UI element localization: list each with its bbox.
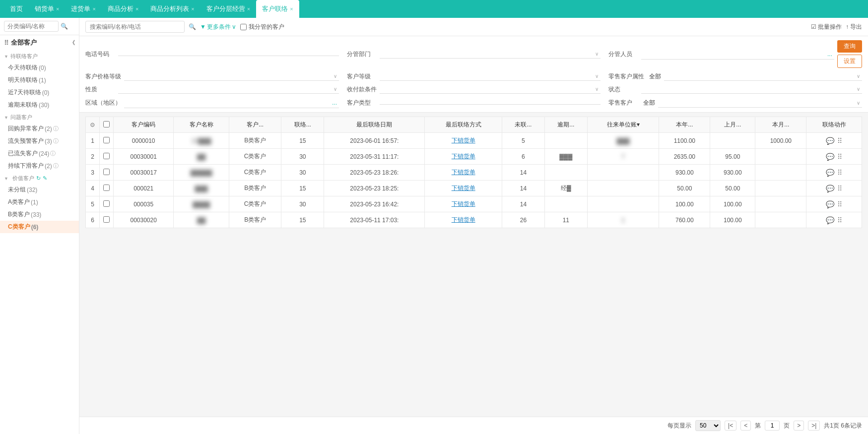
nav-customer-segment[interactable]: 客户分层经营 ×	[200, 0, 256, 18]
nav-customer-contact[interactable]: 客户联络 ×	[256, 0, 299, 18]
method-link[interactable]: 下销货单	[452, 169, 475, 176]
first-page-btn[interactable]: |<	[725, 421, 736, 431]
sidebar-item-today[interactable]: 今天待联络(0)	[0, 62, 79, 74]
nav-product-analysis-list[interactable]: 商品分析列表 ×	[144, 0, 200, 18]
comment-icon[interactable]: 💬	[826, 153, 834, 161]
menu-icon[interactable]: ⠿	[837, 185, 842, 192]
edit-icon[interactable]: ✎	[43, 175, 47, 182]
sidebar-group-problem[interactable]: 问题客户	[0, 111, 79, 123]
sidebar-item-declining[interactable]: 持续下滑客户(2) ⓘ	[0, 160, 79, 172]
menu-icon[interactable]: ⠿	[837, 216, 842, 224]
reset-btn[interactable]: 设置	[837, 55, 862, 68]
sidebar-item-unclassified[interactable]: 未分组(32)	[0, 184, 79, 196]
sidebar-item-7days[interactable]: 近7天待联络(0)	[0, 86, 79, 99]
row-last-method[interactable]: 下销货单	[425, 196, 502, 212]
filter-retail-customer-select[interactable]: ∨	[658, 99, 862, 108]
row-this-month: 1000.00	[755, 133, 806, 149]
sidebar-item-overdue[interactable]: 逾期未联络(30)	[0, 99, 79, 111]
filter-manager-select[interactable]: ...	[641, 49, 834, 60]
row-checkbox[interactable]	[100, 196, 114, 212]
nav-close-icon[interactable]: ×	[135, 6, 138, 12]
nav-home[interactable]: 首页	[4, 0, 29, 18]
filter-customer-level-select[interactable]: ∨	[380, 72, 601, 81]
sidebar-item-a-class[interactable]: A类客户(1)	[0, 196, 79, 208]
more-icon[interactable]: ...	[827, 51, 832, 58]
sidebar-search-icon[interactable]: 🔍	[61, 23, 68, 30]
sidebar-item-c-class[interactable]: C类客户(6)	[0, 221, 79, 233]
nav-close-icon[interactable]: ×	[290, 6, 293, 12]
filter-customer-level-row: 客户等级 ∨	[347, 72, 601, 81]
row-last-method[interactable]: 下销货单	[425, 165, 502, 181]
refresh-icon[interactable]: ↻	[36, 175, 41, 182]
query-btn[interactable]: 查询	[837, 40, 862, 53]
more-conditions-btn[interactable]: ▼ 更多条件 ∨	[200, 23, 236, 31]
comment-icon[interactable]: 💬	[826, 216, 834, 224]
nav-close-icon[interactable]: ×	[191, 6, 194, 12]
prev-page-btn[interactable]: <	[740, 421, 751, 431]
filter-gender-select[interactable]: ∨	[118, 85, 339, 94]
nav-close-icon[interactable]: ×	[56, 6, 59, 12]
filter-customer-type-select[interactable]	[380, 101, 601, 105]
row-last-method[interactable]: 下销货单	[425, 149, 502, 165]
more-icon[interactable]: ...	[332, 99, 337, 106]
export-btn[interactable]: ↑ 导出	[846, 23, 862, 31]
filter-dept-select[interactable]: ∨	[380, 50, 601, 59]
filter-bar: 🔍 ▼ 更多条件 ∨ 我分管的客户 ☑ 批量操作 ↑ 导出	[79, 18, 868, 36]
comment-icon[interactable]: 💬	[826, 137, 834, 145]
comment-icon[interactable]: 💬	[826, 200, 834, 208]
row-checkbox[interactable]	[100, 212, 114, 228]
sidebar-item-churned[interactable]: 已流失客户(24) ⓘ	[0, 147, 79, 160]
current-page-input[interactable]	[765, 421, 780, 431]
page-size-select[interactable]: 50 20 100	[695, 420, 721, 431]
sidebar-search-input[interactable]	[4, 21, 59, 32]
row-account: ▓▓▓	[587, 133, 659, 149]
menu-icon[interactable]: ⠿	[837, 169, 842, 177]
nav-sales-order[interactable]: 销货单 ×	[29, 0, 65, 18]
nav-close-icon[interactable]: ×	[92, 6, 95, 12]
row-last-method[interactable]: 下销货单	[425, 212, 502, 228]
comment-icon[interactable]: 💬	[826, 185, 834, 192]
filter-payment-select[interactable]: ∨	[380, 85, 601, 94]
filter-region-select[interactable]: ...	[124, 98, 339, 108]
sidebar-collapse-icon[interactable]: 《	[69, 39, 75, 47]
method-link[interactable]: 下销货单	[452, 185, 475, 191]
sidebar-group-pending[interactable]: 待联络客户	[0, 50, 79, 62]
menu-icon[interactable]: ⠿	[837, 137, 842, 145]
row-checkbox[interactable]	[100, 133, 114, 149]
filter-price-level-select[interactable]: ∨	[124, 72, 339, 81]
menu-icon[interactable]: ⠿	[837, 153, 842, 161]
select-all-checkbox[interactable]	[103, 121, 110, 127]
nav-purchase-order[interactable]: 进货单 ×	[65, 0, 101, 18]
my-customers-checkbox[interactable]	[240, 24, 247, 30]
row-checkbox[interactable]	[100, 149, 114, 165]
sidebar-item-churn-risk[interactable]: 流失预警客户(3) ⓘ	[0, 135, 79, 147]
row-checkbox[interactable]	[100, 181, 114, 196]
th-checkbox[interactable]	[100, 117, 114, 133]
sidebar-item-b-class[interactable]: B类客户(33)	[0, 208, 79, 221]
method-link[interactable]: 下销货单	[452, 216, 475, 223]
method-link[interactable]: 下销货单	[452, 153, 475, 160]
filter-status-select[interactable]: ∨	[641, 85, 862, 94]
menu-icon[interactable]: ⠿	[837, 200, 842, 208]
filter-phone-input[interactable]	[118, 53, 339, 56]
th-settings[interactable]: ⚙	[86, 117, 100, 133]
filter-retail-attr-select[interactable]: ∨	[664, 72, 862, 81]
row-last-method[interactable]: 下销货单	[425, 181, 502, 196]
nav-close-icon[interactable]: ×	[247, 6, 250, 12]
comment-icon[interactable]: 💬	[826, 169, 834, 177]
sidebar-item-abnormal[interactable]: 回购异常客户(2) ⓘ	[0, 123, 79, 135]
method-link[interactable]: 下销货单	[452, 137, 475, 144]
sidebar-group-value[interactable]: 价值客户 ↻ ✎	[0, 172, 79, 184]
next-page-btn[interactable]: >	[794, 421, 804, 431]
method-link[interactable]: 下销货单	[452, 200, 475, 207]
nav-product-analysis[interactable]: 商品分析 ×	[102, 0, 144, 18]
sidebar-item-tomorrow[interactable]: 明天待联络(1)	[0, 74, 79, 86]
filter-search-icon[interactable]: 🔍	[189, 23, 196, 30]
last-page-btn[interactable]: >|	[808, 421, 820, 431]
batch-op-btn[interactable]: ☑ 批量操作	[811, 23, 842, 31]
filter-search-input[interactable]	[85, 21, 185, 33]
sidebar-all-customers[interactable]: ⠿ 全部客户 《	[0, 35, 79, 50]
info-icon: ⓘ	[53, 162, 59, 170]
row-checkbox[interactable]	[100, 165, 114, 181]
row-last-method[interactable]: 下销货单	[425, 133, 502, 149]
